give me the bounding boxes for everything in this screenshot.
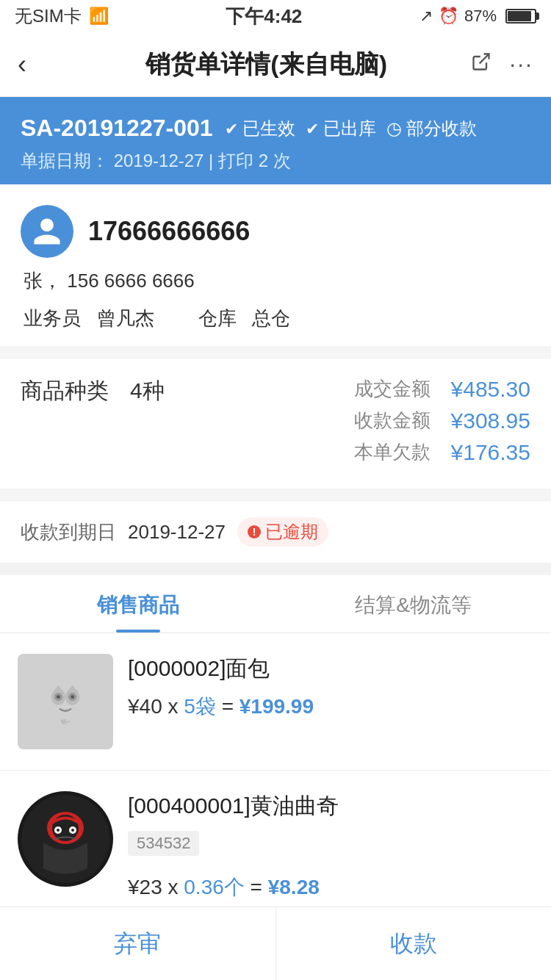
wifi-icon: 📶 xyxy=(89,7,109,26)
status-partial-payment: 部分收款 xyxy=(386,117,477,140)
svg-point-6 xyxy=(57,695,60,699)
product-info-2: [000400001]黄油曲奇 534532 ¥23 x 0.36个 = ¥8.… xyxy=(128,791,533,901)
avatar xyxy=(21,205,73,258)
battery-icon xyxy=(505,9,536,24)
collect-button[interactable]: 收款 xyxy=(276,907,552,980)
overdue-badge: ! 已逾期 xyxy=(237,517,328,547)
share-icon[interactable] xyxy=(471,51,491,77)
product-image-1: 畅+ xyxy=(18,654,113,749)
owe-amount-row: 本单欠款 ¥176.35 xyxy=(354,439,530,465)
check-icon-2 xyxy=(306,118,319,139)
svg-point-7 xyxy=(71,695,74,699)
due-date-section: 收款到期日 2019-12-27 ! 已逾期 xyxy=(0,501,551,563)
product-batch: 534532 xyxy=(128,831,199,856)
product-item-2: [000400001]黄油曲奇 534532 ¥23 x 0.36个 = ¥8.… xyxy=(0,771,551,923)
summary-left: 商品种类 4种 xyxy=(21,376,165,409)
svg-point-15 xyxy=(71,829,74,832)
bottom-actions: 弃审 收款 xyxy=(0,907,551,980)
summary-right: 成交金额 ¥485.30 收款金额 ¥308.95 本单欠款 ¥176.35 xyxy=(354,376,530,471)
warehouse-info: 仓库 总仓 xyxy=(198,306,291,331)
location-icon: ↗ xyxy=(419,7,433,26)
status-right: ↗ ⏰ 87% xyxy=(419,7,536,26)
customer-phone: 17666666666 xyxy=(88,216,250,247)
product-type-row: 商品种类 4种 xyxy=(21,376,165,406)
page-title: 销货单详情(来自电脑) xyxy=(145,48,387,82)
customer-card: 17666666666 张， 156 6666 6666 业务员 曾凡杰 仓库 … xyxy=(0,184,551,346)
salesperson-info: 业务员 曾凡杰 xyxy=(24,306,154,331)
banner-row1: SA-20191227-001 已生效 已出库 部分收款 xyxy=(21,115,530,142)
product-name-2: [000400001]黄油曲奇 xyxy=(128,791,533,821)
product-price-1: ¥40 x 5袋 = ¥199.99 xyxy=(128,693,533,721)
svg-line-0 xyxy=(480,54,489,64)
overdue-text: 已逾期 xyxy=(265,520,318,544)
tab-settlement-logistics[interactable]: 结算&物流等 xyxy=(276,575,551,633)
svg-point-14 xyxy=(57,829,60,832)
check-icon-1 xyxy=(225,118,238,139)
product-name-1: [0000002]面包 xyxy=(128,654,533,684)
customer-header: 17666666666 xyxy=(21,205,530,258)
status-carrier: 无SIM卡 📶 xyxy=(15,4,109,28)
summary-section: 商品种类 4种 成交金额 ¥485.30 收款金额 ¥308.95 本单欠款 ¥… xyxy=(0,359,551,489)
overdue-icon: ! xyxy=(248,525,261,538)
status-time: 下午4:42 xyxy=(226,4,302,29)
carrier-text: 无SIM卡 xyxy=(15,4,82,28)
more-icon[interactable]: ··· xyxy=(509,51,533,78)
battery-percent: 87% xyxy=(464,7,497,26)
received-amount-row: 收款金额 ¥308.95 xyxy=(354,408,530,433)
banner-date-info: 单据日期： 2019-12-27 | 打印 2 次 xyxy=(21,149,530,173)
customer-name-info: 张， 156 6666 6666 xyxy=(24,268,195,294)
product-info-1: [0000002]面包 ¥40 x 5袋 = ¥199.99 xyxy=(128,654,533,721)
status-shipped: 已出库 xyxy=(306,117,376,140)
tab-sales-products[interactable]: 销售商品 xyxy=(0,575,276,633)
order-header-banner: SA-20191227-001 已生效 已出库 部分收款 单据日期： 2019-… xyxy=(0,97,551,184)
product-price-2: ¥23 x 0.36个 = ¥8.28 xyxy=(128,873,533,901)
products-list: 畅+ [0000002]面包 ¥40 x 5袋 = ¥199.99 xyxy=(0,633,551,923)
section-divider xyxy=(0,563,551,575)
status-bar: 无SIM卡 📶 下午4:42 ↗ ⏰ 87% xyxy=(0,0,551,32)
reject-button[interactable]: 弃审 xyxy=(0,907,276,980)
product-image-2 xyxy=(18,791,113,887)
clock-icon xyxy=(386,118,402,139)
nav-bar: ‹ 销货单详情(来自电脑) ··· xyxy=(0,32,551,97)
alarm-icon: ⏰ xyxy=(439,7,458,26)
order-id: SA-20191227-001 xyxy=(21,115,213,142)
status-tags: 已生效 已出库 部分收款 xyxy=(225,117,477,140)
deal-amount-row: 成交金额 ¥485.30 xyxy=(354,376,530,402)
status-activated: 已生效 xyxy=(225,117,295,140)
nav-actions: ··· xyxy=(471,51,533,78)
product-item: 畅+ [0000002]面包 ¥40 x 5袋 = ¥199.99 xyxy=(0,633,551,771)
customer-details: 张， 156 6666 6666 xyxy=(21,268,530,294)
tabs: 销售商品 结算&物流等 xyxy=(0,575,551,633)
svg-text:畅+: 畅+ xyxy=(61,718,71,725)
back-button[interactable]: ‹ xyxy=(18,49,62,80)
